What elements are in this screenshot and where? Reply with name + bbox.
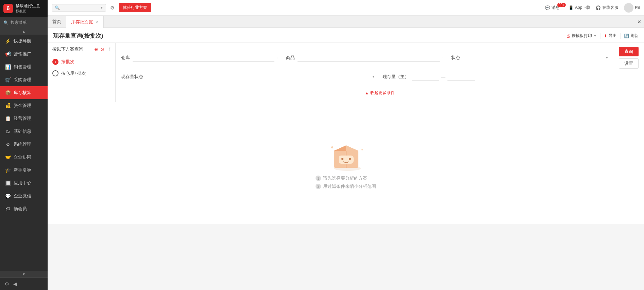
avatar <box>624 3 633 13</box>
scheme-item-by-batch[interactable]: ● 按批次 <box>48 56 115 68</box>
topbar-chevron-icon: ▼ <box>100 6 103 10</box>
scheme-item-icon-inactive: ○ <box>52 70 58 76</box>
sidebar-item-enterprise[interactable]: 🤝 企业协同 <box>0 151 48 164</box>
sidebar-item-finance[interactable]: 💰 资金管理 <box>0 99 48 112</box>
sidebar-item-purchase[interactable]: 🛒 采购管理 <box>0 73 48 86</box>
sidebar-item-system[interactable]: ⚙ 系统管理 <box>0 138 48 151</box>
filter-scheme-title: 按以下方案查询 <box>52 46 83 52</box>
query-btn[interactable]: 查询 <box>619 47 639 56</box>
page-content: 现存量查询(按批次) 🖨 按模板打印 ▼ ⬆ 导出 🔄 <box>48 28 644 290</box>
app-logo: 6 <box>3 4 13 13</box>
divider-2 <box>620 33 621 39</box>
footer-collapse-icon[interactable]: ◀ <box>13 281 17 287</box>
topbar-gear-icon[interactable]: ⚙ <box>109 4 116 12</box>
basic-icon: 🗂 <box>5 128 11 134</box>
refresh-icon: 🔄 <box>624 34 629 38</box>
tip-text-1: 请先选择要分析的方案 <box>323 175 367 181</box>
filter-row-1: 仓库 ··· 商品 ··· 状态 <box>121 47 639 69</box>
sidebar-scroll-up[interactable]: ▲ <box>0 28 48 35</box>
sidebar-item-marketing[interactable]: 📢 营销推广 <box>0 48 48 60</box>
purchase-icon: 🛒 <box>5 77 11 83</box>
app-download-btn[interactable]: 📱 App下载 <box>569 5 590 11</box>
sidebar-item-newbie[interactable]: 🎓 新手引导 <box>0 164 48 177</box>
message-badge: 99+ <box>557 3 566 7</box>
page-header: 现存量查询(按批次) 🖨 按模板打印 ▼ ⬆ 导出 🔄 <box>48 28 644 43</box>
settings-scheme-icon[interactable]: ⊙ <box>100 47 104 52</box>
inv-qty-range: — <box>412 73 475 81</box>
wechat-icon: 💬 <box>5 193 11 199</box>
empty-tip-1: 1 请先选择要分析的方案 <box>316 175 376 181</box>
message-icon: 💬 <box>545 5 550 10</box>
main-area: 🔍 ▼ ⚙ 体验行业方案 💬 消息 99+ 📱 App下载 🎧 在线客服 <box>48 0 644 290</box>
add-scheme-icon[interactable]: ⊕ <box>94 47 98 52</box>
topbar-search-input[interactable] <box>61 5 99 10</box>
sidebar-item-basic[interactable]: 🗂 基础信息 <box>0 125 48 138</box>
sidebar-item-operation[interactable]: 📋 经营管理 <box>0 112 48 125</box>
filter-group-inv-status: 现存量状态 ▼ <box>121 73 377 80</box>
message-btn[interactable]: 💬 消息 99+ <box>545 5 563 11</box>
tab-inventory-batch[interactable]: 库存批次账 ✕ <box>66 16 104 28</box>
sidebar-item-appstore[interactable]: 🔲 应用中心 <box>0 177 48 189</box>
export-icon: ⬆ <box>604 34 607 38</box>
tab-home[interactable]: 首页 <box>48 16 66 28</box>
empty-illustration <box>329 134 363 168</box>
experience-btn[interactable]: 体验行业方案 <box>119 3 151 12</box>
sidebar-item-inventory[interactable]: 📦 库存核算 <box>0 86 48 99</box>
svg-point-5 <box>349 158 351 160</box>
filter-area: 按以下方案查询 ⊕ ⊙ 《 ● 按批次 ○ 按仓库+批次 <box>48 43 644 102</box>
filter-group-inv-qty: 现存量（主） — <box>383 73 639 81</box>
filter-group-warehouse: 仓库 ··· <box>121 54 281 62</box>
collapse-scheme-icon[interactable]: 《 <box>106 47 111 52</box>
app-edition: 标准版 <box>16 9 40 14</box>
page-inner: 现存量查询(按批次) 🖨 按模板打印 ▼ ⬆ 导出 🔄 <box>48 28 644 224</box>
sidebar-scroll-down[interactable]: ▼ <box>0 271 48 277</box>
tab-home-label: 首页 <box>52 19 61 25</box>
online-service-btn[interactable]: 🎧 在线客服 <box>596 5 618 11</box>
finance-icon: 💰 <box>5 103 11 109</box>
scheme-item-icon-active: ● <box>52 59 58 65</box>
print-btn[interactable]: 🖨 按模板打印 ▼ <box>566 33 597 39</box>
inv-status-label: 现存量状态 <box>121 74 143 80</box>
settings-btn[interactable]: 设置 <box>619 58 639 69</box>
newbie-icon: 🎓 <box>5 167 11 173</box>
scheme-item-by-warehouse-batch[interactable]: ○ 按仓库+批次 <box>48 68 115 79</box>
print-chevron-icon: ▼ <box>593 34 597 38</box>
tab-close-icon[interactable]: ✕ <box>96 20 99 24</box>
tab-panel-close-icon[interactable]: ✕ <box>637 19 641 24</box>
sidebar-item-wechat[interactable]: 💬 企业微信 <box>0 189 48 202</box>
app-name: 畅康通好生意 <box>16 3 40 9</box>
warehouse-dots-btn[interactable]: ··· <box>277 55 281 60</box>
status-select[interactable]: ▼ <box>463 54 611 61</box>
goods-input[interactable] <box>298 54 439 62</box>
collapse-btn[interactable]: ▲ 收起更多条件 <box>363 88 397 98</box>
print-icon: 🖨 <box>566 34 570 38</box>
inv-qty-label: 现存量（主） <box>383 74 409 80</box>
inv-qty-to[interactable] <box>447 73 475 81</box>
sidebar-item-member[interactable]: 🏷 畅会员 <box>0 202 48 215</box>
tip-text-2: 用过滤条件来缩小分析范围 <box>323 183 376 189</box>
scheme-actions: ⊕ ⊙ 《 <box>94 47 111 52</box>
topbar-left: 🔍 ▼ ⚙ 体验行业方案 <box>52 3 542 12</box>
warehouse-input[interactable] <box>133 54 274 62</box>
collapse-up-icon: ▲ <box>365 91 369 95</box>
inv-status-select[interactable]: ▼ <box>146 73 377 80</box>
filter-group-status: 状态 ▼ <box>451 54 611 61</box>
sidebar-item-sales[interactable]: 📊 销售管理 <box>0 60 48 73</box>
sales-icon: 📊 <box>5 64 11 70</box>
export-btn[interactable]: ⬆ 导出 <box>604 33 617 39</box>
sidebar-search[interactable]: 🔍 搜索菜单 <box>0 17 48 28</box>
goods-dots-btn[interactable]: ··· <box>442 55 446 60</box>
sidebar-header: 6 畅康通好生意 标准版 <box>0 0 48 17</box>
inv-qty-from[interactable] <box>412 73 439 81</box>
topbar-search-box[interactable]: 🔍 ▼ <box>52 4 106 12</box>
refresh-btn[interactable]: 🔄 刷新 <box>624 33 639 39</box>
user-avatar-btn[interactable]: Rit <box>624 3 640 13</box>
sidebar-item-quick-nav[interactable]: ⚡ 快捷导航 <box>0 35 48 48</box>
marketing-icon: 📢 <box>5 51 11 57</box>
tab-inventory-batch-label: 库存批次账 <box>71 19 93 25</box>
svg-point-4 <box>341 158 343 160</box>
empty-svg <box>329 134 366 172</box>
topbar-search-icon: 🔍 <box>55 5 60 10</box>
footer-settings-icon[interactable]: ⚙ <box>5 281 9 287</box>
filter-buttons: 查询 设置 <box>619 47 639 69</box>
